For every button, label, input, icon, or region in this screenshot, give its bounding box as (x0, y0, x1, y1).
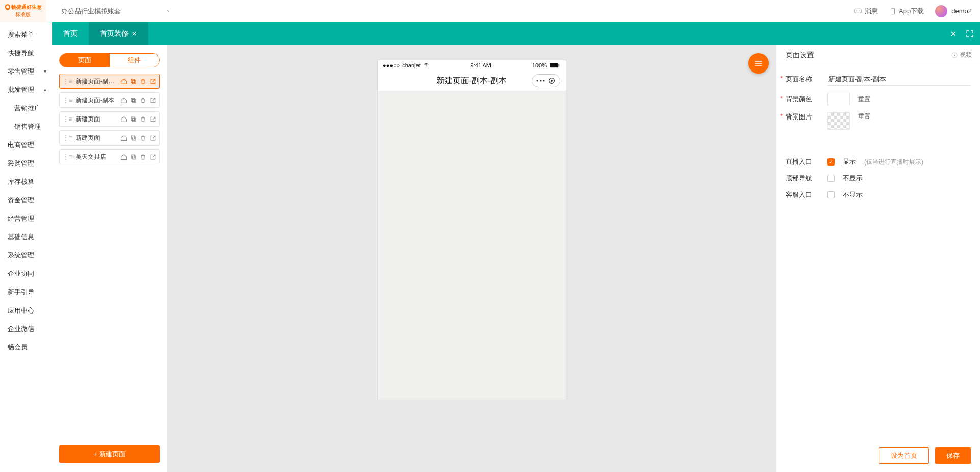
drag-handle-icon[interactable]: ⋮≡ (63, 78, 72, 85)
page-list-item[interactable]: ⋮≡ 新建页面 (59, 111, 160, 127)
sidebar-item-wholesale[interactable]: 批发管理▲ (0, 81, 52, 99)
sidebar-sub-marketing[interactable]: 营销推广 (0, 99, 52, 117)
share-icon[interactable] (149, 115, 156, 123)
share-icon[interactable] (149, 97, 156, 104)
tab-decorate[interactable]: 首页装修✕ (89, 22, 148, 45)
copy-icon[interactable] (130, 115, 137, 123)
sidebar-item-guide[interactable]: 新手引导 (0, 283, 52, 301)
bg-color-swatch[interactable] (827, 93, 850, 105)
drag-handle-icon[interactable]: ⋮≡ (63, 97, 72, 104)
layers-toggle-button[interactable] (748, 53, 769, 74)
new-page-button[interactable]: + 新建页面 (59, 445, 160, 463)
sidebar-item-operation[interactable]: 经营管理 (0, 209, 52, 228)
sidebar-item-wecom[interactable]: 企业微信 (0, 320, 52, 338)
top-right: 消息 App下载 demo2 (854, 5, 972, 17)
svg-rect-13 (132, 156, 136, 159)
tabs-right (946, 27, 980, 41)
bg-img-swatch[interactable] (827, 112, 850, 130)
delete-icon[interactable] (139, 115, 146, 123)
message-icon (854, 7, 862, 15)
copy-icon[interactable] (130, 134, 137, 141)
share-icon[interactable] (149, 153, 156, 160)
home-icon[interactable] (120, 134, 127, 141)
brand-logo-icon (4, 4, 11, 11)
checkbox-live-show[interactable]: ✓ (827, 158, 835, 166)
sidebar-item-ecommerce[interactable]: 电商管理 (0, 136, 52, 154)
home-icon[interactable] (120, 78, 127, 85)
page-item-name: 吴天文具店 (76, 153, 117, 161)
home-icon[interactable] (120, 153, 127, 160)
form-row-page-name: 页面名称 (786, 73, 971, 86)
tab-label: 首页装修 (100, 29, 129, 38)
sidebar-item-collab[interactable]: 企业协同 (0, 265, 52, 283)
close-all-button[interactable] (946, 27, 961, 41)
sidebar-item-appcenter[interactable]: 应用中心 (0, 301, 52, 320)
video-help-button[interactable]: 视频 (951, 51, 972, 59)
checkbox-bottomnav[interactable] (827, 175, 835, 182)
page-item-name: 新建页面 (76, 115, 117, 124)
account-selector-label: 办公品行业模拟账套 (61, 7, 121, 16)
app-download-link[interactable]: App下载 (889, 7, 924, 16)
more-icon (536, 80, 545, 82)
sidebar-sub-sales[interactable]: 销售管理 (0, 117, 52, 136)
reset-bg-color[interactable]: 重置 (858, 95, 870, 104)
share-icon[interactable] (149, 134, 156, 141)
segment-page[interactable]: 页面 (60, 54, 110, 67)
sidebar-item-funds[interactable]: 资金管理 (0, 191, 52, 209)
svg-rect-7 (132, 99, 136, 103)
page-list-item[interactable]: ⋮≡ 新建页面 (59, 130, 160, 146)
copy-icon[interactable] (130, 97, 137, 104)
sidebar-item-label: 企业微信 (8, 320, 34, 338)
copy-icon[interactable] (130, 153, 137, 160)
home-icon[interactable] (120, 115, 127, 123)
delete-icon[interactable] (139, 97, 146, 104)
mini-program-capsule[interactable] (532, 74, 560, 87)
copy-icon[interactable] (130, 78, 137, 85)
delete-icon[interactable] (139, 134, 146, 141)
drag-handle-icon[interactable]: ⋮≡ (63, 115, 72, 123)
sidebar-item-system[interactable]: 系统管理 (0, 246, 52, 265)
segment-component[interactable]: 组件 (110, 54, 160, 67)
checkbox-service[interactable] (827, 191, 835, 198)
svg-rect-16 (559, 64, 560, 67)
reset-bg-img[interactable]: 重置 (858, 112, 870, 121)
save-button[interactable]: 保存 (935, 447, 971, 464)
drag-handle-icon[interactable]: ⋮≡ (63, 134, 72, 141)
page-item-actions (120, 134, 156, 141)
sidebar-item-quick-nav[interactable]: 快捷导航 (0, 44, 52, 62)
set-home-button[interactable]: 设为首页 (879, 447, 929, 464)
user-chip[interactable]: demo2 (935, 5, 972, 17)
page-item-name: 新建页面 (76, 134, 117, 143)
home-icon[interactable] (120, 97, 127, 104)
messages-link[interactable]: 消息 (854, 7, 878, 16)
right-panel-head: 页面设置 视频 (776, 45, 980, 65)
delete-icon[interactable] (139, 153, 146, 160)
tab-home[interactable]: 首页 (52, 22, 89, 45)
drag-handle-icon[interactable]: ⋮≡ (63, 153, 72, 160)
sidebar-item-label: 应用中心 (8, 301, 34, 320)
sidebar-item-search-menu[interactable]: 搜索菜单 (0, 26, 52, 44)
sidebar-item-member[interactable]: 畅会员 (0, 338, 52, 357)
page-name-input[interactable] (827, 73, 971, 86)
close-icon[interactable]: ✕ (132, 30, 137, 37)
form-row-service: 客服入口 不显示 (786, 190, 971, 199)
share-icon[interactable] (149, 78, 156, 85)
sidebar-item-inventory[interactable]: 库存核算 (0, 173, 52, 191)
sidebar-item-basics[interactable]: 基础信息 (0, 228, 52, 246)
sidebar-item-label: 资金管理 (8, 191, 34, 209)
checkbox-service-label: 不显示 (843, 190, 863, 199)
sidebar-item-retail[interactable]: 零售管理▼ (0, 62, 52, 81)
page-list-item[interactable]: ⋮≡ 吴天文具店 (59, 149, 160, 164)
sidebar-item-purchase[interactable]: 采购管理 (0, 154, 52, 173)
page-list-item[interactable]: ⋮≡ 新建页面-副本... (59, 74, 160, 89)
account-selector[interactable]: 办公品行业模拟账套 (61, 7, 172, 16)
chevron-down-icon: ▼ (43, 62, 47, 81)
svg-point-18 (540, 80, 541, 81)
form-row-bottom-nav: 底部导航 不显示 (786, 174, 971, 183)
delete-icon[interactable] (139, 78, 146, 85)
svg-point-2 (857, 10, 858, 11)
fullscreen-button[interactable] (963, 27, 977, 41)
page-list-item[interactable]: ⋮≡ 新建页面-副本 (59, 92, 160, 108)
page-item-actions (120, 97, 156, 104)
wifi-icon (423, 63, 429, 68)
